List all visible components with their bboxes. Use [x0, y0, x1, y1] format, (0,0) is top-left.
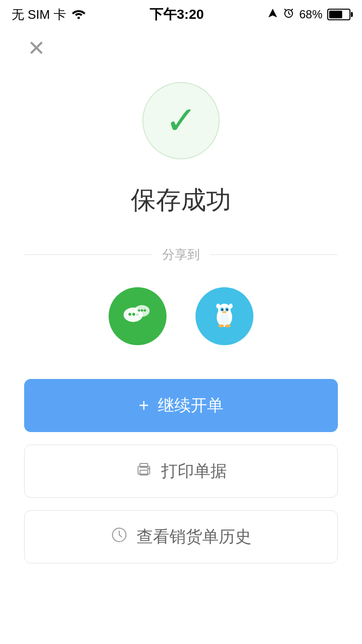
continue-button[interactable]: + 继续开单	[24, 379, 338, 432]
plus-icon: +	[139, 395, 149, 416]
share-label: 分享到	[162, 246, 200, 263]
main-content: ✓ 保存成功 分享到	[0, 29, 362, 563]
share-icons	[109, 287, 253, 345]
svg-point-9	[144, 309, 146, 312]
svg-point-4	[132, 313, 135, 316]
history-button[interactable]: 查看销货单历史	[24, 510, 338, 563]
svg-point-16	[223, 309, 223, 309]
svg-point-22	[216, 304, 220, 308]
status-bar: 无 SIM 卡 下午3:20 68%	[0, 0, 362, 29]
action-buttons: + 继续开单 打印单据 查看销货单历史	[24, 379, 338, 563]
success-circle: ✓	[142, 82, 220, 159]
divider-line-right	[209, 254, 338, 255]
share-divider: 分享到	[24, 246, 338, 263]
status-left: 无 SIM 卡	[12, 6, 86, 23]
svg-point-17	[227, 309, 228, 309]
qq-icon	[209, 300, 240, 332]
svg-point-0	[77, 16, 80, 19]
clock-icon	[111, 526, 128, 548]
svg-point-21	[225, 324, 231, 327]
checkmark-icon: ✓	[165, 101, 197, 140]
svg-point-23	[229, 304, 233, 308]
svg-point-8	[141, 309, 143, 312]
print-icon	[135, 461, 153, 482]
success-title: 保存成功	[131, 183, 231, 217]
print-label: 打印单据	[161, 460, 227, 482]
svg-point-14	[222, 309, 223, 311]
wechat-share-button[interactable]	[109, 287, 167, 345]
divider-line-left	[24, 254, 153, 255]
status-right: 68%	[267, 7, 350, 22]
alarm-icon	[283, 7, 294, 22]
svg-point-27	[147, 468, 149, 470]
continue-label: 继续开单	[158, 394, 223, 417]
wifi-icon	[71, 7, 86, 22]
wechat-icon	[121, 299, 154, 333]
status-time: 下午3:20	[150, 5, 204, 24]
svg-point-3	[128, 313, 131, 316]
svg-point-19	[220, 313, 229, 325]
sim-text: 无 SIM 卡	[12, 6, 66, 23]
close-icon: ✕	[28, 38, 45, 59]
svg-point-15	[226, 309, 228, 311]
battery-percent: 68%	[299, 8, 322, 21]
qq-share-button[interactable]	[195, 287, 253, 345]
location-icon	[267, 8, 278, 21]
battery-icon	[327, 9, 350, 20]
svg-point-7	[138, 309, 140, 312]
close-button[interactable]: ✕	[24, 36, 48, 60]
print-button[interactable]: 打印单据	[24, 445, 338, 498]
history-label: 查看销货单历史	[137, 526, 251, 548]
svg-point-20	[218, 324, 224, 327]
